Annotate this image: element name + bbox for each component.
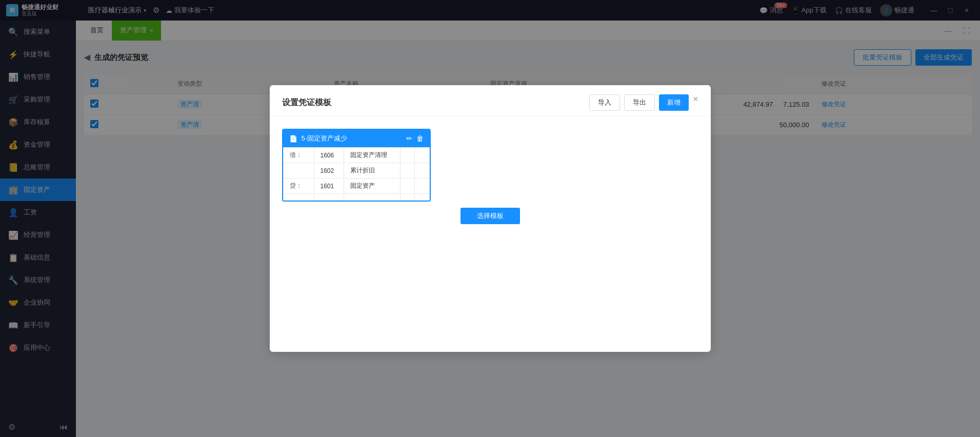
- import-button[interactable]: 导入: [589, 94, 620, 111]
- template-name: 5-固定资产减少: [302, 134, 348, 143]
- account-code-3: 1601: [314, 178, 344, 194]
- account-name-1: 固定资产清理: [344, 148, 401, 163]
- template-card-header-right: ✏ 🗑: [406, 134, 424, 143]
- modal-close-button[interactable]: ×: [693, 94, 698, 111]
- select-template-button[interactable]: 选择模板: [461, 208, 520, 224]
- template-list: 📄 5-固定资产减少 ✏ 🗑 借： 1606 固定资产清理: [282, 129, 698, 202]
- modal-title: 设置凭证模板: [282, 97, 331, 108]
- amount-cell-3: [400, 163, 414, 178]
- new-template-button[interactable]: 新增: [659, 94, 689, 111]
- template-table: 借： 1606 固定资产清理 1602 累计折旧: [283, 147, 430, 201]
- template-card: 📄 5-固定资产减少 ✏ 🗑 借： 1606 固定资产清理: [282, 129, 431, 202]
- export-button[interactable]: 导出: [624, 94, 655, 111]
- modal-header-actions: 导入 导出 新增 ×: [589, 94, 698, 111]
- amount-cell-1: [400, 148, 414, 163]
- template-debit-row-1: 借： 1606 固定资产清理: [283, 148, 429, 163]
- account-code-1: 1606: [314, 148, 344, 163]
- doc-icon: 📄: [289, 135, 297, 143]
- template-credit-row-1: 贷： 1601 固定资产: [283, 178, 429, 194]
- template-card-header: 📄 5-固定资产减少 ✏ 🗑: [283, 130, 430, 147]
- amount-cell-5: [400, 178, 414, 194]
- amount-cell-4: [415, 163, 429, 178]
- edit-icon[interactable]: ✏: [406, 134, 412, 143]
- account-name-3: 固定资产: [344, 178, 401, 194]
- account-code-2: 1602: [314, 163, 344, 178]
- template-card-header-left: 📄 5-固定资产减少: [289, 134, 348, 143]
- voucher-template-modal: 设置凭证模板 导入 导出 新增 × 📄 5-固定资产减少 ✏ 🗑: [270, 85, 711, 352]
- template-debit-row-2: 1602 累计折旧: [283, 163, 429, 178]
- delete-icon[interactable]: 🗑: [416, 134, 424, 143]
- amount-cell-6: [415, 178, 429, 194]
- amount-cell-2: [415, 148, 429, 163]
- account-name-2: 累计折旧: [344, 163, 401, 178]
- template-card-body: 借： 1606 固定资产清理 1602 累计折旧: [283, 147, 430, 201]
- debit-label: 借：: [283, 148, 314, 163]
- modal-header: 设置凭证模板 导入 导出 新增 ×: [270, 85, 711, 116]
- empty-label: [283, 163, 314, 178]
- template-empty-row: [283, 194, 429, 201]
- modal-body: 📄 5-固定资产减少 ✏ 🗑 借： 1606 固定资产清理: [270, 116, 711, 352]
- credit-label: 贷：: [283, 178, 314, 194]
